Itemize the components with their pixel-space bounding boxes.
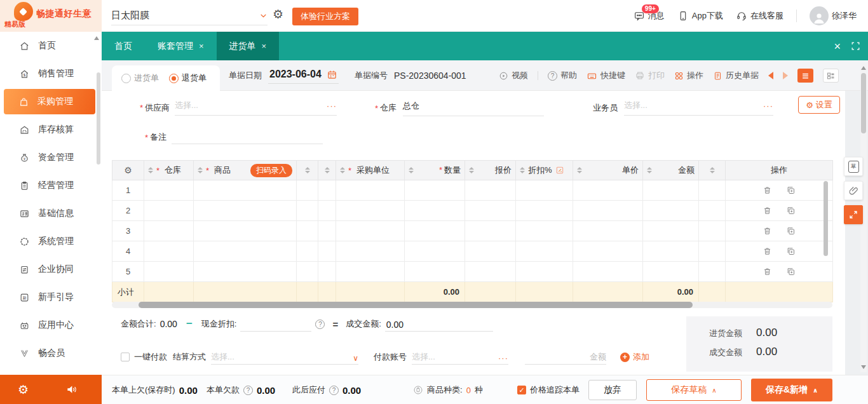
help-icon[interactable]: ? [329, 386, 339, 395]
cell[interactable] [405, 221, 465, 241]
cell[interactable] [194, 180, 297, 201]
attachment-button[interactable] [844, 181, 863, 200]
cell[interactable] [297, 241, 318, 262]
gear-icon[interactable]: ⚙ [273, 8, 283, 20]
edit-icon[interactable] [555, 166, 564, 175]
settle-method-select[interactable]: 选择... ∨ [211, 349, 358, 365]
save-and-new-button[interactable]: 保存&新增 ∧ [751, 379, 832, 401]
cell[interactable] [643, 221, 699, 241]
copy-row-icon[interactable] [786, 185, 796, 195]
delete-row-icon[interactable] [763, 267, 772, 276]
delete-row-icon[interactable] [763, 206, 772, 215]
cell[interactable] [194, 262, 297, 282]
history-button[interactable]: 历史单据 [713, 70, 759, 81]
cell[interactable] [516, 180, 573, 201]
sidebar-item-operations[interactable]: 经营管理 [0, 172, 102, 199]
cell[interactable] [699, 180, 726, 201]
warehouse-input[interactable]: 总仓 [403, 100, 544, 116]
supplier-input[interactable]: 选择... ··· [175, 100, 337, 116]
sort-icon[interactable] [577, 167, 582, 173]
delete-row-icon[interactable] [763, 246, 772, 256]
radio-return[interactable]: 退货单 [169, 72, 207, 84]
cell[interactable] [699, 262, 726, 282]
user-menu[interactable]: 徐泽华 [810, 6, 857, 25]
cell[interactable] [318, 221, 336, 241]
cell[interactable] [144, 262, 194, 282]
cell[interactable] [405, 180, 465, 201]
cell[interactable] [465, 241, 516, 262]
sort-icon[interactable] [469, 167, 474, 173]
close-all-tabs-icon[interactable]: × [834, 41, 841, 52]
cell[interactable] [318, 180, 336, 201]
sidebar-scroll-up[interactable] [94, 36, 99, 40]
cell[interactable] [144, 241, 194, 262]
card-view-toggle[interactable] [823, 69, 839, 83]
cell[interactable] [643, 262, 699, 282]
onekey-pay-checkbox[interactable] [121, 353, 130, 361]
sort-icon[interactable] [409, 167, 414, 173]
cell[interactable] [405, 262, 465, 282]
table-vertical-scrollbar[interactable] [824, 181, 828, 281]
price-track-option[interactable]: ✓ 价格追踪本单 [517, 375, 580, 404]
print-button[interactable]: 打印 [635, 70, 665, 81]
cell[interactable] [318, 241, 336, 262]
pay-account-picker-icon[interactable]: ··· [498, 353, 508, 363]
delete-row-icon[interactable] [763, 226, 772, 236]
copy-row-icon[interactable] [786, 246, 796, 256]
pay-account-select[interactable]: 选择... ··· [412, 349, 508, 365]
table-row[interactable]: 1 [112, 180, 833, 201]
cell[interactable] [573, 201, 643, 221]
cell[interactable] [144, 201, 194, 221]
scrollbar-thumb[interactable] [139, 302, 693, 308]
help-icon[interactable]: ? [243, 386, 253, 395]
salesman-picker-icon[interactable]: ··· [763, 101, 773, 111]
cell[interactable] [336, 262, 405, 282]
sort-icon[interactable] [148, 167, 153, 173]
sort-icon[interactable] [710, 167, 715, 173]
cell[interactable] [144, 221, 194, 241]
column-settings-gear-icon[interactable]: ⚙ [116, 165, 140, 175]
tab-home[interactable]: 首页 [102, 32, 145, 60]
tab-purchase-order[interactable]: 进货单 × [217, 32, 280, 60]
cell[interactable] [297, 221, 318, 241]
sort-icon[interactable] [520, 167, 525, 173]
cell[interactable] [465, 180, 516, 201]
help-button[interactable]: ? 帮助 [548, 70, 577, 81]
cell[interactable] [297, 201, 318, 221]
sidebar-item-guide[interactable]: 新 新手引导 [0, 283, 102, 311]
radio-purchase[interactable]: 进货单 [121, 72, 159, 84]
sort-icon[interactable] [340, 167, 345, 173]
cell[interactable] [144, 180, 194, 201]
cell[interactable] [643, 180, 699, 201]
settings-button[interactable]: ⚙ 设置 [798, 96, 840, 114]
cell[interactable] [516, 201, 573, 221]
cell[interactable] [643, 201, 699, 221]
cell[interactable] [318, 201, 336, 221]
fullscreen-icon[interactable] [851, 41, 860, 51]
price-track-checkbox[interactable]: ✓ [517, 386, 526, 394]
copy-row-icon[interactable] [786, 226, 796, 236]
scroll-down-arrow[interactable] [861, 365, 866, 369]
cell[interactable] [516, 262, 573, 282]
scroll-up-arrow[interactable] [861, 66, 866, 70]
copy-row-icon[interactable] [786, 206, 796, 215]
sidebar-item-member[interactable]: 畅会员 [0, 339, 102, 367]
trial-plan-button[interactable]: 体验行业方案 [292, 8, 358, 25]
hotkey-button[interactable]: 快捷键 [587, 70, 625, 81]
sidebar-item-purchase[interactable]: 采购管理 [4, 89, 95, 114]
video-button[interactable]: 视频 [499, 70, 528, 81]
table-row[interactable]: 3 [112, 221, 833, 241]
tab-close-icon[interactable]: × [262, 41, 267, 51]
tab-account-mgmt[interactable]: 账套管理 × [145, 32, 217, 60]
cell[interactable] [516, 221, 573, 241]
cell[interactable] [573, 180, 643, 201]
cell[interactable] [643, 241, 699, 262]
sidebar-item-baseinfo[interactable]: 基础信息 [0, 199, 102, 227]
draft-button[interactable]: 草 [844, 157, 863, 176]
sidebar-scrollbar[interactable] [97, 72, 100, 165]
scrollbar-thumb[interactable] [861, 73, 866, 133]
abandon-button[interactable]: 放弃 [588, 380, 637, 400]
sidebar-item-collab[interactable]: 企业协同 [0, 255, 102, 283]
cell[interactable] [336, 201, 405, 221]
cell[interactable] [573, 241, 643, 262]
